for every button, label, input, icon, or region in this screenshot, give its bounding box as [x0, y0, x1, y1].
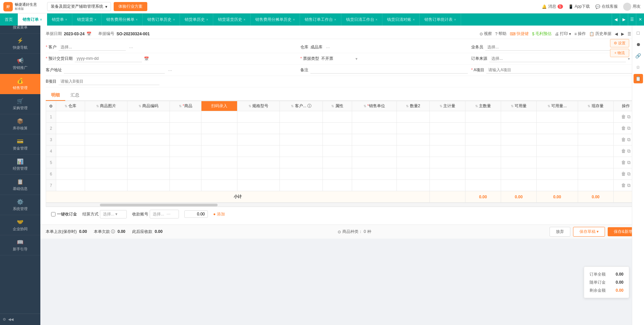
row-attr[interactable]	[323, 157, 352, 168]
row-qty2[interactable]	[397, 123, 429, 134]
row-image[interactable]	[85, 180, 127, 191]
copy-row-button[interactable]: ⧉	[627, 125, 631, 131]
row-code[interactable]	[127, 111, 170, 123]
tab-invoice-history[interactable]: 销货单历史 ×	[180, 13, 213, 26]
row-main-qty[interactable]	[465, 123, 501, 134]
row-unit[interactable]	[352, 123, 397, 134]
address-more-button[interactable]: ···	[167, 68, 174, 73]
row-scan[interactable]	[201, 134, 237, 146]
layout-button[interactable]: ☰	[628, 32, 631, 36]
delete-row-button[interactable]: 🗑	[621, 160, 626, 165]
amount-input[interactable]	[184, 210, 208, 218]
row-customer-code[interactable]	[280, 134, 323, 146]
tab-sales-return[interactable]: 销货退货 ×	[72, 13, 102, 26]
close-icon[interactable]: ×	[413, 18, 415, 22]
row-spec[interactable]	[237, 180, 280, 191]
discard-button[interactable]: 放弃	[550, 227, 570, 237]
operations-button[interactable]: ≡ 操作	[574, 31, 586, 37]
tab-expense-history[interactable]: 销售费用分摊单历史 ×	[251, 13, 300, 26]
row-main-unit[interactable]	[429, 146, 465, 157]
row-unit[interactable]	[352, 157, 397, 168]
row-code[interactable]	[127, 168, 170, 180]
one-click-checkbox[interactable]: 一键收订金	[51, 211, 77, 217]
row-attr[interactable]	[323, 123, 352, 134]
row-available2[interactable]	[536, 146, 578, 157]
close-icon[interactable]: ×	[454, 18, 456, 22]
copy-row-button[interactable]: ⧉	[627, 137, 631, 143]
print-button[interactable]: 🖨 打印 ▾	[555, 31, 571, 37]
row-product[interactable]	[170, 111, 201, 123]
solution-button[interactable]: 体验行业方案	[114, 2, 147, 11]
row-unit[interactable]	[352, 146, 397, 157]
row-code[interactable]	[127, 157, 170, 168]
save-draft-button[interactable]: 保存草稿 ▾	[573, 227, 605, 237]
row-scan[interactable]	[201, 157, 237, 168]
row-code[interactable]	[127, 134, 170, 146]
row-available[interactable]	[501, 123, 536, 134]
row-image[interactable]	[85, 146, 127, 157]
right-panel-btn-4[interactable]: ☆	[634, 63, 643, 72]
row-available[interactable]	[501, 168, 536, 180]
row-customer-code[interactable]	[280, 168, 323, 180]
close-icon[interactable]: ×	[40, 18, 42, 22]
row-unit[interactable]	[352, 180, 397, 191]
copy-row-button[interactable]: ⧉	[627, 148, 631, 154]
row-main-qty[interactable]	[465, 134, 501, 146]
row-stock[interactable]	[578, 134, 613, 146]
delete-row-button[interactable]: 🗑	[621, 148, 626, 154]
row-available2[interactable]	[536, 180, 578, 191]
row-scan[interactable]	[201, 180, 237, 191]
settings-button[interactable]: ⚙ 设置	[610, 39, 629, 47]
prev-record-button[interactable]: ◀	[615, 32, 618, 36]
customer-input[interactable]	[59, 44, 126, 51]
row-product[interactable]	[170, 180, 201, 191]
row-image[interactable]	[85, 134, 127, 146]
row-scan[interactable]	[201, 123, 237, 134]
sidebar-item-quick-nav[interactable]: ⚡ 快捷导航	[0, 34, 40, 54]
row-available[interactable]	[501, 134, 536, 146]
row-attr[interactable]	[323, 134, 352, 146]
row-main-qty[interactable]	[465, 146, 501, 157]
row-attr[interactable]	[323, 146, 352, 157]
profit-button[interactable]: $ 毛利预估	[532, 31, 552, 37]
row-available2[interactable]	[536, 123, 578, 134]
row-customer-code[interactable]	[280, 123, 323, 134]
row-product[interactable]	[170, 146, 201, 157]
row-warehouse[interactable]	[56, 111, 85, 123]
row-stock[interactable]	[578, 168, 613, 180]
tab-home[interactable]: 首页	[0, 13, 18, 26]
delete-row-button[interactable]: 🗑	[621, 114, 626, 120]
row-warehouse[interactable]	[56, 134, 85, 146]
calendar-icon[interactable]: 📅	[86, 32, 91, 36]
messages-button[interactable]: 🔔 消息 5	[542, 4, 563, 9]
row-warehouse[interactable]	[56, 168, 85, 180]
close-icon[interactable]: ×	[334, 18, 336, 22]
row-product[interactable]	[170, 168, 201, 180]
row-unit[interactable]	[352, 168, 397, 180]
row-available2[interactable]	[536, 111, 578, 123]
close-icon[interactable]: ×	[173, 18, 175, 22]
tab-sales-invoice[interactable]: 销货单 ×	[47, 13, 72, 26]
row-stock[interactable]	[578, 111, 613, 123]
row-scan[interactable]	[201, 168, 237, 180]
close-icon[interactable]: ×	[376, 18, 378, 22]
row-main-unit[interactable]	[429, 111, 465, 123]
copy-row-button[interactable]: ⧉	[627, 171, 631, 177]
row-code[interactable]	[127, 180, 170, 191]
right-panel-btn-2[interactable]: ⏺	[634, 40, 643, 49]
row-unit[interactable]	[352, 111, 397, 123]
row-image[interactable]	[85, 157, 127, 168]
logistics-button[interactable]: + 物流	[610, 49, 629, 57]
customer-more-button[interactable]: ···	[128, 45, 135, 50]
row-attr[interactable]	[323, 168, 352, 180]
copy-row-button[interactable]: ⧉	[627, 182, 631, 188]
user-avatar[interactable]: 用友	[623, 3, 641, 11]
row-qty2[interactable]	[397, 111, 429, 123]
collapse-icon[interactable]: ◀◀	[8, 317, 13, 322]
row-main-qty[interactable]	[465, 168, 501, 180]
invoice-chevron-icon[interactable]: ▾	[355, 56, 357, 61]
tab-sales-order-history[interactable]: 销售订单历史 ×	[143, 13, 180, 26]
add-button[interactable]: ● 添加	[213, 211, 225, 217]
account-more-button[interactable]: ···	[165, 211, 172, 216]
tab-prev-button[interactable]: ◀	[612, 13, 620, 26]
